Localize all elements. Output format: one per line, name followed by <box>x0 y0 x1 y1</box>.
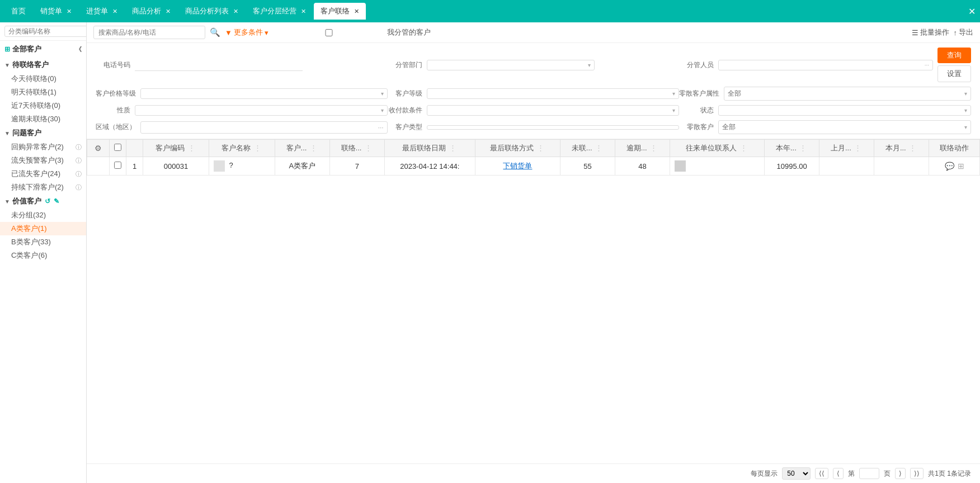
last-method-link[interactable]: 下销货单 <box>503 162 532 170</box>
tab-product-analysis[interactable]: 商品分析 ✕ <box>125 3 177 20</box>
sidebar-item-ungroup[interactable]: 未分组(32) <box>0 209 86 222</box>
tab-product-analysis-list[interactable]: 商品分析列表 ✕ <box>178 3 245 20</box>
sidebar-item-overdue-contact[interactable]: 逾期未联络(30) <box>0 112 86 126</box>
sidebar-item-abnormal-repurchase[interactable]: 回购异常客户(2) ⓘ <box>0 140 86 154</box>
close-product-analysis-list-icon[interactable]: ✕ <box>233 8 238 15</box>
region-select[interactable]: ··· <box>140 121 388 134</box>
manager-select[interactable]: ··· <box>718 60 933 70</box>
batch-operations-button[interactable]: ☰ 批量操作 <box>912 27 949 37</box>
row-action-icons: 💬 ⊞ <box>934 162 975 171</box>
next-page-button[interactable]: ⟩ <box>895 468 906 479</box>
resize-handle-7[interactable]: ⋮ <box>595 144 602 152</box>
resize-handle-6[interactable]: ⋮ <box>537 144 544 152</box>
row-settings <box>87 157 110 176</box>
resize-handle-11[interactable]: ⋮ <box>854 144 861 152</box>
my-customers-check[interactable] <box>273 29 385 36</box>
sidebar-item-churned[interactable]: 已流失客户(24) ⓘ <box>0 167 86 181</box>
page-number-input[interactable]: 1 <box>859 468 879 479</box>
resize-handle[interactable]: ⋮ <box>188 144 195 152</box>
search-icon[interactable]: 🔍 <box>210 27 220 37</box>
region-dots-icon[interactable]: ··· <box>378 124 384 131</box>
sidebar-item-b-class[interactable]: B类客户(33) <box>0 235 86 249</box>
col-index <box>126 140 143 157</box>
resize-handle-10[interactable]: ⋮ <box>799 144 807 152</box>
dept-select[interactable]: ▾ <box>427 60 595 70</box>
sidebar-item-a-class[interactable]: A类客户(1) <box>0 222 86 235</box>
sidebar-item-declining[interactable]: 持续下滑客户(2) ⓘ <box>0 181 86 194</box>
col-last-contact-method[interactable]: 最后联络方式 ⋮ <box>475 140 560 157</box>
message-icon[interactable]: 💬 <box>945 162 954 171</box>
resize-handle-5[interactable]: ⋮ <box>449 144 456 152</box>
info-icon-1[interactable]: ⓘ <box>76 143 82 151</box>
window-close-icon[interactable]: ✕ <box>968 6 976 17</box>
col-contact-person[interactable]: 往来单位联系人 ⋮ <box>670 140 764 157</box>
prev-page-button[interactable]: ⟨ <box>833 468 844 479</box>
tab-purchase-order[interactable]: 进货单 ✕ <box>79 3 124 20</box>
resize-handle-3[interactable]: ⋮ <box>310 144 317 152</box>
first-page-button[interactable]: ⟨⟨ <box>815 468 828 479</box>
pending-expand-icon[interactable]: ▼ <box>4 62 10 68</box>
col-customer-name[interactable]: 客户名称 ⋮ <box>209 140 275 157</box>
table-settings-icon[interactable]: ⚙ <box>95 144 102 153</box>
close-customer-tier-icon[interactable]: ✕ <box>301 8 306 15</box>
col-uncontacted[interactable]: 未联... ⋮ <box>560 140 615 157</box>
col-last-contact-date[interactable]: 最后联络日期 ⋮ <box>384 140 475 157</box>
tab-sales-order[interactable]: 销货单 ✕ <box>34 3 78 20</box>
col-current-year[interactable]: 本年... ⋮ <box>765 140 819 157</box>
close-product-analysis-icon[interactable]: ✕ <box>166 8 171 15</box>
info-icon-4[interactable]: ⓘ <box>76 183 82 192</box>
status-select[interactable]: ▾ <box>718 105 971 116</box>
value-expand-icon[interactable]: ▼ <box>4 198 10 205</box>
tab-customer-contact[interactable]: 客户联络 ✕ <box>314 3 366 20</box>
sidebar-search-input[interactable] <box>4 26 87 37</box>
resize-handle-12[interactable]: ⋮ <box>909 144 916 152</box>
refresh-icon[interactable]: ↺ <box>45 197 50 205</box>
export-button[interactable]: ↑ 导出 <box>954 27 974 37</box>
sidebar-item-7days-contact[interactable]: 近7天待联络(0) <box>0 99 86 112</box>
retail-attr-select[interactable]: 全部 ▾ <box>724 87 971 101</box>
payment-select[interactable]: ▾ <box>427 105 680 116</box>
col-overdue[interactable]: 逾期... ⋮ <box>615 140 670 157</box>
all-customers-header[interactable]: ⊞ 全部客户 《 <box>0 41 86 58</box>
resize-handle-4[interactable]: ⋮ <box>365 144 372 152</box>
row-select-checkbox[interactable] <box>114 162 121 169</box>
col-settings[interactable]: ⚙ <box>87 140 110 157</box>
col-customer-code[interactable]: 客户编码 ⋮ <box>143 140 209 157</box>
col-current-month[interactable]: 本月... ⋮ <box>874 140 929 157</box>
qr-icon[interactable]: ⊞ <box>958 162 964 171</box>
info-icon-3[interactable]: ⓘ <box>76 170 82 178</box>
sidebar-item-today-contact[interactable]: 今天待联络(0) <box>0 72 86 86</box>
resize-handle-8[interactable]: ⋮ <box>650 144 657 152</box>
col-contact-count[interactable]: 联络... ⋮ <box>329 140 384 157</box>
search-input[interactable] <box>93 26 205 39</box>
page-size-select[interactable]: 50 100 200 <box>782 467 811 480</box>
sidebar-item-tomorrow-contact[interactable]: 明天待联络(1) <box>0 86 86 99</box>
info-icon-2[interactable]: ⓘ <box>76 157 82 165</box>
nature-select[interactable]: ▾ <box>135 105 388 116</box>
sidebar-collapse-icon[interactable]: 《 <box>76 45 82 54</box>
tab-customer-tier[interactable]: 客户分层经营 ✕ <box>246 3 313 20</box>
query-button[interactable]: 查询 <box>937 48 971 63</box>
price-level-select[interactable]: ▾ <box>140 88 388 99</box>
resize-handle-9[interactable]: ⋮ <box>740 144 747 152</box>
resize-handle-2[interactable]: ⋮ <box>254 144 261 152</box>
home-tab[interactable]: 首页 <box>4 6 32 16</box>
customer-level-select[interactable]: ▾ <box>427 88 680 99</box>
close-sales-order-icon[interactable]: ✕ <box>67 8 72 15</box>
select-all-checkbox[interactable] <box>114 144 121 151</box>
col-last-month[interactable]: 上月... ⋮ <box>819 140 874 157</box>
my-customers-checkbox[interactable]: 我分管的客户 <box>273 27 431 37</box>
sidebar-item-churn-warning[interactable]: 流失预警客户(3) ⓘ <box>0 154 86 167</box>
last-page-button[interactable]: ⟩⟩ <box>910 468 924 479</box>
sidebar-item-c-class[interactable]: C类客户(6) <box>0 249 86 262</box>
settings-button[interactable]: 设置 <box>937 65 971 82</box>
problem-expand-icon[interactable]: ▼ <box>4 130 10 136</box>
close-customer-contact-icon[interactable]: ✕ <box>354 8 359 15</box>
close-purchase-order-icon[interactable]: ✕ <box>112 8 117 15</box>
col-customer-level[interactable]: 客户... ⋮ <box>275 140 329 157</box>
retail-customer-select[interactable]: 全部 ▾ <box>718 120 971 134</box>
more-conditions-button[interactable]: ▼ 更多条件 ▾ <box>225 27 268 37</box>
edit-icon[interactable]: ✎ <box>54 197 59 205</box>
phone-input[interactable] <box>135 59 303 71</box>
customer-type-select[interactable] <box>427 125 680 130</box>
